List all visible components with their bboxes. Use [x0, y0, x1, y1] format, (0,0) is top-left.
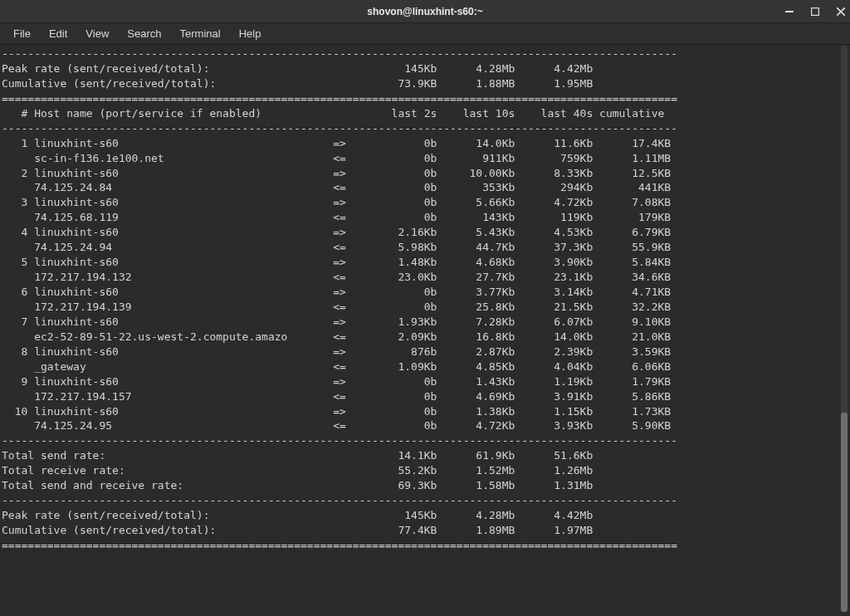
minimize-button[interactable]	[783, 6, 795, 18]
terminal-line: 7 linuxhint-s60 => 1.93Kb 7.28Kb 6.07Kb …	[2, 315, 848, 330]
scrollbar-thumb[interactable]	[841, 413, 848, 612]
terminal-line: 9 linuxhint-s60 => 0b 1.43Kb 1.19Kb 1.79…	[2, 374, 848, 389]
terminal-line: Peak rate (sent/received/total): 145Kb 4…	[2, 61, 848, 76]
terminal-line: Total send and receive rate: 69.3Kb 1.58…	[2, 478, 848, 493]
window-titlebar: shovon@linuxhint-s60:~	[0, 0, 850, 23]
close-button[interactable]	[834, 6, 847, 18]
terminal-line: ----------------------------------------…	[2, 493, 848, 508]
terminal-line: 1 linuxhint-s60 => 0b 14.0Kb 11.6Kb 17.4…	[2, 136, 848, 151]
terminal-line: 172.217.194.139 <= 0b 25.8Kb 21.5Kb 32.2…	[2, 300, 848, 315]
terminal-output[interactable]: ----------------------------------------…	[0, 45, 850, 616]
terminal-line: ========================================…	[2, 538, 848, 553]
terminal-line: 8 linuxhint-s60 => 876b 2.87Kb 2.39Kb 3.…	[2, 345, 848, 359]
terminal-line: 10 linuxhint-s60 => 0b 1.38Kb 1.15Kb 1.7…	[2, 404, 848, 419]
terminal-line: ----------------------------------------…	[2, 121, 848, 136]
terminal-line: 74.125.24.95 <= 0b 4.72Kb 3.93Kb 5.90KB	[2, 418, 848, 433]
menu-search[interactable]: Search	[119, 25, 169, 42]
window-controls	[783, 0, 847, 23]
terminal-line: Peak rate (sent/received/total): 145Kb 4…	[2, 508, 848, 523]
menubar: File Edit View Search Terminal Help	[0, 23, 850, 45]
terminal-line: Cumulative (sent/received/total): 73.9KB…	[2, 76, 848, 91]
scrollbar-track[interactable]	[841, 46, 848, 612]
terminal-line: 172.217.194.132 <= 23.0Kb 27.7Kb 23.1Kb …	[2, 270, 848, 285]
svg-rect-1	[811, 8, 818, 16]
terminal-line: Cumulative (sent/received/total): 77.4KB…	[2, 523, 848, 538]
terminal-line: 74.125.24.84 <= 0b 353Kb 294Kb 441KB	[2, 180, 848, 195]
terminal-line: 74.125.24.94 <= 5.98Kb 44.7Kb 37.3Kb 55.…	[2, 240, 848, 255]
terminal-line: 3 linuxhint-s60 => 0b 5.66Kb 4.72Kb 7.08…	[2, 195, 848, 210]
window-title: shovon@linuxhint-s60:~	[367, 6, 482, 17]
terminal-line: sc-in-f136.1e100.net <= 0b 911Kb 759Kb 1…	[2, 151, 848, 166]
terminal-line: ----------------------------------------…	[2, 46, 848, 61]
terminal-line: 6 linuxhint-s60 => 0b 3.77Kb 3.14Kb 4.71…	[2, 285, 848, 300]
terminal-line: 5 linuxhint-s60 => 1.48Kb 4.68Kb 3.90Kb …	[2, 255, 848, 270]
terminal-line: Total receive rate: 55.2Kb 1.52Mb 1.26Mb	[2, 463, 848, 478]
terminal-line: Total send rate: 14.1Kb 61.9Kb 51.6Kb	[2, 448, 848, 463]
terminal-line: _gateway <= 1.09Kb 4.85Kb 4.04Kb 6.06KB	[2, 359, 848, 374]
terminal-line: ec2-52-89-51-22.us-west-2.compute.amazo …	[2, 330, 848, 345]
terminal-line: 4 linuxhint-s60 => 2.16Kb 5.43Kb 4.53Kb …	[2, 225, 848, 240]
menu-terminal[interactable]: Terminal	[172, 25, 229, 42]
menu-edit[interactable]: Edit	[41, 25, 76, 42]
svg-rect-0	[785, 11, 794, 12]
terminal-line: # Host name (port/service if enabled) la…	[2, 106, 848, 121]
menu-file[interactable]: File	[5, 25, 39, 42]
terminal-line: ========================================…	[2, 91, 848, 106]
menu-view[interactable]: View	[77, 25, 117, 42]
terminal-line: 2 linuxhint-s60 => 0b 10.00Kb 8.33Kb 12.…	[2, 166, 848, 181]
menu-help[interactable]: Help	[231, 25, 270, 42]
terminal-line: ----------------------------------------…	[2, 433, 848, 448]
maximize-button[interactable]	[808, 6, 821, 18]
terminal-line: 74.125.68.119 <= 0b 143Kb 119Kb 179KB	[2, 210, 848, 225]
terminal-line: 172.217.194.157 <= 0b 4.69Kb 3.91Kb 5.86…	[2, 389, 848, 404]
